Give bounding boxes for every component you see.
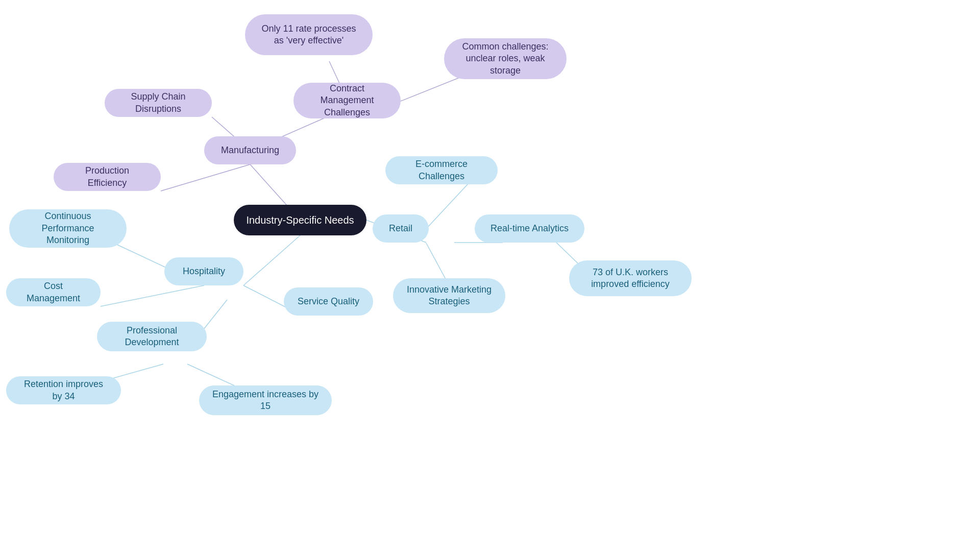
retention-node: Retention improves by 34 [6,376,121,404]
contract-mgmt-node: Contract Management Challenges [293,83,401,118]
innovative-mktg-node: Innovative Marketing Strategies [393,278,505,313]
ecommerce-node: E-commerce Challenges [385,156,498,184]
svg-line-14 [426,184,468,229]
center-node: Industry-Specific Needs [234,205,366,235]
hospitality-node: Hospitality [164,257,243,285]
realtime-analytics-node: Real-time Analytics [475,214,584,243]
manufacturing-node: Manufacturing [204,136,296,164]
only11-node: Only 11 rate processes as 'very effectiv… [245,14,373,55]
common-challenges-node: Common challenges: unclear roles, weak s… [444,38,567,79]
production-efficiency-node: Production Efficiency [54,163,161,191]
cost-mgmt-node: Cost Management [6,278,101,306]
service-quality-node: Service Quality [284,287,373,316]
continuous-perf-node: Continuous Performance Monitoring [9,209,127,248]
svg-line-2 [161,164,250,191]
retail-node: Retail [373,214,429,243]
svg-line-8 [101,285,204,306]
uk-workers-node: 73 of U.K. workers improved efficiency [569,260,692,296]
professional-dev-node: Professional Development [97,322,207,351]
svg-line-6 [243,235,300,285]
engagement-node: Engagement increases by 15 [199,386,332,415]
mind-map-connections [0,0,980,553]
supply-chain-node: Supply Chain Disruptions [105,89,212,117]
